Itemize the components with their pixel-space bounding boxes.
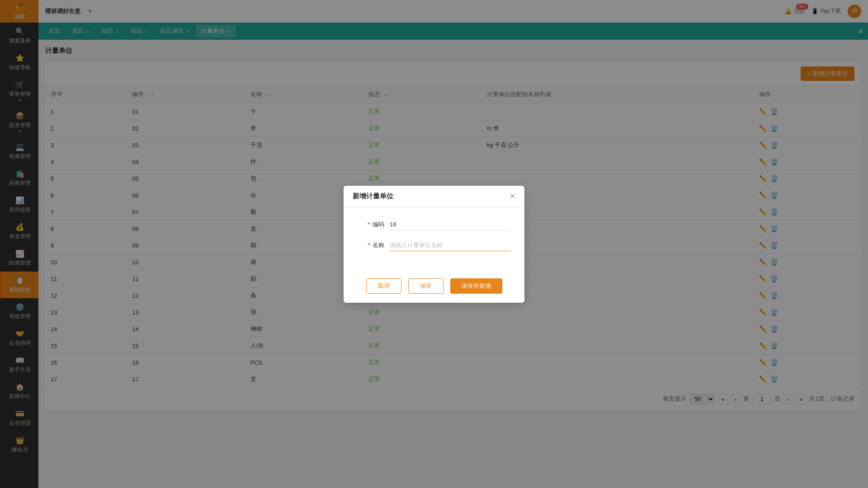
code-form-row: * 编码 [357, 219, 511, 230]
dialog-close-button[interactable]: ✕ [509, 192, 515, 201]
add-unit-dialog: 新增计量单位 ✕ * 编码 * 名称 取消 保存 保存并新增 [344, 186, 524, 303]
dialog-body: * 编码 * 名称 [344, 207, 524, 272]
name-required-mark: * [368, 242, 370, 249]
code-required-mark: * [368, 221, 370, 228]
dialog-title: 新增计量单位 [353, 192, 393, 201]
dialog-overlay: 新增计量单位 ✕ * 编码 * 名称 取消 保存 保存并新增 [0, 0, 868, 488]
save-and-new-button[interactable]: 保存并新增 [450, 278, 502, 294]
name-input[interactable] [390, 239, 511, 251]
name-label: * 名称 [357, 241, 384, 249]
save-button[interactable]: 保存 [408, 278, 443, 294]
code-input[interactable] [390, 219, 511, 230]
name-form-row: * 名称 [357, 239, 511, 251]
code-label: * 编码 [357, 221, 384, 229]
dialog-header: 新增计量单位 ✕ [344, 186, 524, 207]
dialog-footer: 取消 保存 保存并新增 [344, 272, 524, 303]
cancel-button[interactable]: 取消 [366, 278, 401, 294]
